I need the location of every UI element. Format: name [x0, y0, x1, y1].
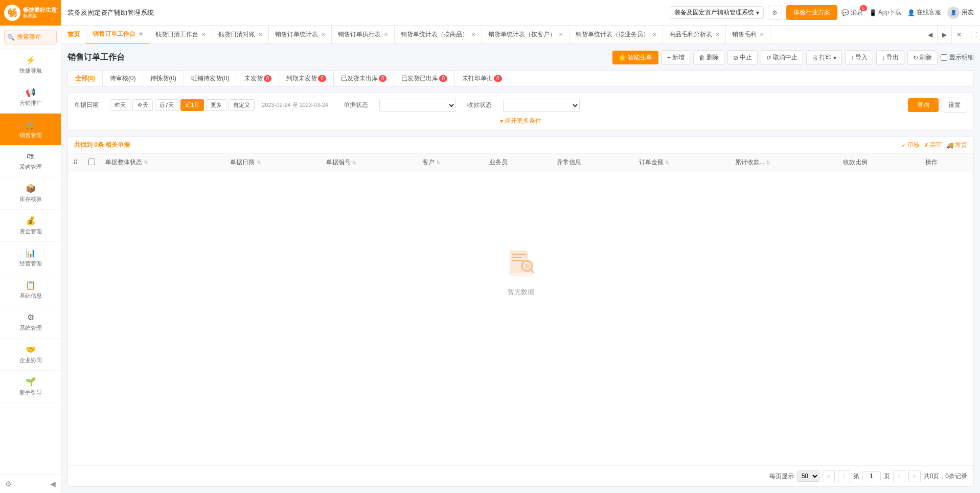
prev-page-button[interactable]: ‹ [838, 470, 850, 482]
logo-text: 畅捷通好生意 标准版 [23, 6, 57, 19]
page-number-input[interactable] [862, 471, 881, 481]
filter-tab-all[interactable]: 全部(0) [68, 71, 103, 86]
sidebar-item-quick-nav[interactable]: ⚡ 快捷导航 [0, 49, 61, 81]
sidebar-item-enterprise[interactable]: 🤝 企业协同 [0, 339, 61, 371]
first-page-button[interactable]: « [823, 470, 835, 482]
per-page-select[interactable]: 50 [797, 470, 819, 482]
cancel-review-button[interactable]: ✗ 弃审 [924, 141, 942, 149]
sidebar-collapse-button[interactable]: ◀ [50, 480, 56, 488]
download-icon: 📱 [869, 9, 877, 16]
import-button[interactable]: ↑ 导入 [845, 50, 873, 65]
filter-tab-not-printed[interactable]: 未打印单据0 [455, 71, 509, 86]
cancel-stop-button[interactable]: ↺ 取消中止 [761, 50, 803, 65]
tab-close-icon[interactable]: ✕ [559, 32, 563, 37]
sidebar-item-purchase[interactable]: 🛍 采购管理 [0, 146, 61, 177]
tab-close-icon[interactable]: ✕ [760, 32, 764, 37]
system-dropdown[interactable]: 装备及固定资产辅助管理系统 ▾ [670, 6, 764, 19]
filter-tab-expired[interactable]: 到期未发货0 [279, 71, 334, 86]
filter-tab-shipped-not-out[interactable]: 已发货未出库0 [334, 71, 395, 86]
next-page-button[interactable]: › [893, 470, 905, 482]
filter-tab-pending-check[interactable]: 待拣货(0) [143, 71, 184, 86]
filter-tab-shipped-out[interactable]: 已发货已出库0 [394, 71, 455, 86]
th-status[interactable]: 单据整体状态 ⇅ [100, 154, 225, 171]
tab-home[interactable]: 首页 [61, 26, 86, 44]
print-button[interactable]: 🖨 打印 ▾ [806, 50, 842, 65]
tab-sales-gross[interactable]: 销售毛利 ✕ [726, 26, 770, 44]
tab-sales-stat[interactable]: 销售订单统计表 ✕ [269, 26, 332, 44]
date-btn-1month[interactable]: 近1月 [180, 99, 204, 111]
online-service-button[interactable]: 👤 在线客服 [907, 8, 941, 17]
date-btn-custom[interactable]: 自定义 [229, 99, 255, 111]
sidebar-item-system[interactable]: ⚙ 系统管理 [0, 306, 61, 339]
tab-close-icon[interactable]: ✕ [258, 32, 262, 37]
date-btn-7days[interactable]: 近7天 [155, 99, 178, 111]
tab-scroll-left-button[interactable]: ◀ [923, 26, 937, 44]
tab-close-all-button[interactable]: ✕ [951, 26, 966, 44]
tab-close-icon[interactable]: ✕ [715, 32, 719, 37]
query-button[interactable]: 查询 [908, 98, 939, 112]
th-ratio[interactable]: 收款比例 [838, 154, 920, 171]
tab-cash-ledger[interactable]: 钱货日清对账 ✕ [212, 26, 269, 44]
filter-tab-wangpu[interactable]: 旺铺待发货(0) [184, 71, 237, 86]
tab-maximize-button[interactable]: ⛶ [966, 26, 980, 44]
show-detail-label[interactable]: 显示明细 [941, 53, 974, 62]
search-menu-button[interactable]: 🔍 搜索菜单 [4, 30, 57, 44]
sidebar-item-marketing[interactable]: 📢 营销推广 [0, 81, 61, 114]
sidebar-item-ops[interactable]: 📊 经营管理 [0, 242, 61, 274]
sidebar-item-basic[interactable]: 📋 基础信息 [0, 274, 61, 306]
sidebar-item-inventory[interactable]: 📦 库存核算 [0, 177, 61, 210]
refresh-button[interactable]: ↻ 刷新 [907, 50, 938, 65]
tab-close-icon[interactable]: ✕ [471, 32, 475, 37]
ship-button[interactable]: 🚚 发货 [946, 141, 967, 149]
tab-close-icon[interactable]: ✕ [139, 31, 143, 37]
expand-conditions-button[interactable]: ▾ 展开更多条件 [500, 117, 541, 125]
th-number[interactable]: 单据编号 ⇅ [321, 154, 417, 171]
smart-create-button[interactable]: ⭐ 智能生单 [612, 51, 658, 64]
tab-goods-margin[interactable]: 商品毛利分析表 ✕ [663, 26, 726, 44]
filter-tab-pending-review[interactable]: 待审核(0) [103, 71, 144, 86]
date-btn-today[interactable]: 今天 [132, 99, 153, 111]
tab-sales-workbench[interactable]: 销售订单工作台 ✕ [86, 26, 149, 44]
tab-sales-exec[interactable]: 销售订单执行表 ✕ [332, 26, 395, 44]
tab-goods-stat-staff[interactable]: 销货单统计表（按业务员） ✕ [569, 26, 663, 44]
tab-scroll-right-button[interactable]: ▶ [937, 26, 951, 44]
app-download-button[interactable]: 📱 App下载 [869, 8, 901, 17]
status-select[interactable] [379, 99, 456, 112]
tab-close-icon[interactable]: ✕ [652, 32, 656, 37]
stop-button[interactable]: ⊘ 中止 [727, 50, 758, 65]
tab-close-icon[interactable]: ✕ [384, 32, 388, 37]
tab-close-icon[interactable]: ✕ [201, 32, 206, 37]
industry-solution-button[interactable]: 体验行业方案 [786, 5, 837, 20]
select-all-checkbox[interactable] [88, 159, 95, 165]
tab-goods-stat-cust[interactable]: 销货单统计表（按客户） ✕ [482, 26, 569, 44]
th-staff[interactable]: 业务员 [484, 154, 552, 171]
export-button[interactable]: ↓ 导出 [876, 50, 904, 65]
payment-select[interactable] [503, 99, 580, 112]
table-scroll[interactable]: ⠿ 单据整体状态 ⇅ 单据日期 ⇅ [68, 154, 973, 465]
sidebar-item-finance[interactable]: 💰 资金管理 [0, 210, 61, 242]
th-checkbox[interactable] [83, 154, 100, 171]
tab-close-icon[interactable]: ✕ [321, 32, 325, 37]
sidebar-settings-button[interactable]: ⚙ [5, 480, 12, 488]
th-received[interactable]: 累计收款... ⇅ [730, 154, 838, 171]
th-abnormal[interactable]: 异常信息 [552, 154, 634, 171]
tab-cash-daily[interactable]: 钱货日清工作台 ✕ [149, 26, 212, 44]
date-btn-more[interactable]: 更多 [206, 99, 226, 111]
sidebar-item-newbie[interactable]: 🌱 新手引导 [0, 371, 61, 403]
user-profile-button[interactable]: 👤 用友 [947, 7, 974, 19]
show-detail-checkbox[interactable] [941, 54, 947, 61]
delete-button[interactable]: 🗑 删除 [693, 50, 724, 65]
message-button[interactable]: 💬 消息 6 [841, 8, 863, 17]
sidebar-item-sales[interactable]: 🛒 销售管理 [0, 114, 61, 146]
add-button[interactable]: + 新增 [662, 50, 690, 65]
th-amount[interactable]: 订单金额 ⇅ [634, 154, 730, 171]
topbar-settings-button[interactable]: ⚙ [768, 6, 782, 20]
th-date[interactable]: 单据日期 ⇅ [225, 154, 321, 171]
tab-goods-stat-prod[interactable]: 销货单统计表（按商品） ✕ [395, 26, 482, 44]
date-btn-yesterday[interactable]: 昨天 [110, 99, 130, 111]
last-page-button[interactable]: » [908, 470, 921, 482]
filter-tab-not-shipped[interactable]: 未发货0 [237, 71, 280, 86]
review-button[interactable]: ✓ 审核 [901, 141, 920, 149]
set-button[interactable]: 设置 [942, 98, 967, 113]
th-customer[interactable]: 客户 ⇅ [417, 154, 484, 171]
